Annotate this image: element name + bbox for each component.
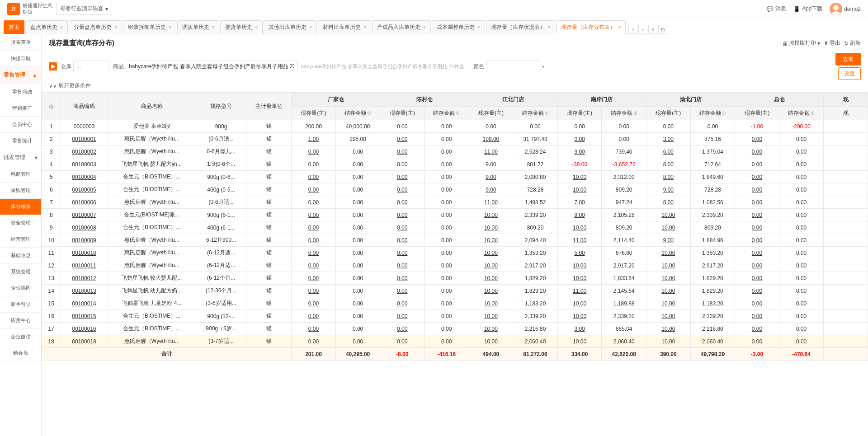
sidebar-item-finance[interactable]: 资金管理 [0, 215, 41, 231]
tab-10[interactable]: 现存量（库存状况表） × [486, 20, 556, 34]
table-cell[interactable]: 00100011 [61, 259, 108, 272]
table-cell[interactable]: 合生元（BIOSTIME）... [108, 183, 196, 196]
close-icon[interactable]: × [309, 25, 312, 30]
table-cell[interactable]: 合生元（BIOSTIME）... [108, 310, 196, 323]
tab-8[interactable]: 产成品入库单历史 × [372, 20, 431, 34]
nav-expand-btn[interactable]: ⊡ [658, 25, 667, 34]
sidebar-item-wholesale[interactable]: 批发管理 ▾ [0, 149, 41, 166]
tab-4[interactable]: 调拨单历史 × [177, 20, 220, 34]
toggle-btn[interactable]: ▶ [49, 62, 57, 70]
print-btn[interactable]: 🖨 按模版打印 ▾ [782, 39, 820, 47]
table-cell[interactable]: 惠氏启醒（Wyeth illu... [108, 335, 196, 348]
table-cell[interactable]: 16 [42, 310, 61, 323]
tab-home[interactable]: 首页 [4, 20, 24, 34]
tab-5[interactable]: 要货单历史 × [220, 20, 263, 34]
sidebar-item-members[interactable]: 会员中心 [0, 117, 41, 133]
th-settings[interactable]: ⚙ [42, 93, 61, 120]
table-cell[interactable]: 1 [42, 120, 61, 133]
app-download-btn[interactable]: 📱 App下载 [793, 5, 822, 13]
table-cell[interactable]: 飞鹤星飞帆 较大婴儿配... [108, 272, 196, 285]
table-cell[interactable]: 00100005 [61, 183, 108, 196]
table-cell[interactable]: 7 [42, 196, 61, 209]
sidebar-item-wechat[interactable]: 企业微信 [0, 329, 41, 345]
sidebar-item-collab[interactable]: 企业协同 [0, 280, 41, 296]
nav-prev-btn[interactable]: ‹ [628, 25, 637, 34]
export-btn[interactable]: ⬆ 导出 [824, 39, 840, 47]
table-cell[interactable]: 合生元（BIOSTIME）... [108, 221, 196, 234]
sidebar-item-retail-stats[interactable]: 零售统计 [0, 133, 41, 149]
table-cell[interactable]: 00100007 [61, 209, 108, 221]
sidebar-item-basicinfo[interactable]: 基础信息 [0, 248, 41, 264]
tab-6[interactable]: 其他出库单历史 × [264, 20, 317, 34]
sidebar-item-marketing[interactable]: 营销推广 [0, 100, 41, 117]
table-cell[interactable]: 3 [42, 145, 61, 158]
table-cell[interactable]: 6 [42, 183, 61, 196]
sidebar-item-purchase[interactable]: 采购管理 [0, 183, 41, 199]
table-cell[interactable]: 00100012 [61, 272, 108, 285]
table-cell[interactable]: 00100016 [61, 323, 108, 335]
tab-1[interactable]: 盘点单历史 × [25, 20, 68, 34]
close-icon[interactable]: × [618, 25, 621, 30]
sidebar-item-member[interactable]: 畅会员 [0, 345, 41, 361]
table-cell[interactable]: 18 [42, 335, 61, 348]
table-cell[interactable]: 5 [42, 171, 61, 183]
sidebar-item-guide[interactable]: 新手引导 [0, 296, 41, 313]
table-cell[interactable]: 合生元（BIOSTIME）... [108, 171, 196, 183]
tab-11-active[interactable]: 现存量（库存分布表） × [556, 20, 626, 34]
sidebar-item-ecommerce[interactable]: 电商管理 [0, 166, 41, 183]
table-cell[interactable]: 11 [42, 247, 61, 259]
table-cell[interactable]: 惠氏启醒（Wyeth illu... [108, 234, 196, 247]
table-cell[interactable]: 2 [42, 133, 61, 145]
table-cell[interactable]: 4 [42, 158, 61, 171]
sidebar-item-quicknav[interactable]: 快捷导航 [0, 51, 41, 67]
table-cell[interactable]: 8 [42, 209, 61, 221]
table-cell[interactable]: 惠氏启醒（Wyeth illu... [108, 196, 196, 209]
sidebar-item-system[interactable]: 系统管理 [0, 264, 41, 280]
table-cell[interactable]: 13 [42, 272, 61, 285]
table-cell[interactable]: 10 [42, 234, 61, 247]
close-icon[interactable]: × [255, 25, 258, 30]
table-cell[interactable]: 00100009 [61, 234, 108, 247]
close-icon[interactable]: × [423, 25, 426, 30]
table-cell[interactable]: 惠氏启醒（Wyeth illu... [108, 133, 196, 145]
user-area[interactable]: demo2 [830, 3, 861, 15]
table-cell[interactable]: 合生元(BIOSTIME)派... [108, 209, 196, 221]
table-cell[interactable]: 17 [42, 323, 61, 335]
close-icon[interactable]: × [169, 25, 171, 30]
table-cell[interactable]: 00100008 [61, 221, 108, 234]
product-input[interactable] [126, 61, 297, 72]
table-cell[interactable]: 00100003 [61, 158, 108, 171]
sidebar-item-inventory[interactable]: 库存核算 [0, 199, 41, 215]
industry-selector[interactable]: 母婴行业演示陈套 ▾ [56, 3, 112, 15]
table-cell[interactable]: 00100006 [61, 196, 108, 209]
table-cell[interactable]: 00100015 [61, 310, 108, 323]
table-cell[interactable]: 飞鹤星飞帆 幼儿配方奶... [108, 285, 196, 297]
table-cell[interactable]: 00100001 [61, 133, 108, 145]
table-cell[interactable]: 14 [42, 285, 61, 297]
color-input[interactable] [486, 61, 540, 72]
table-cell[interactable]: 15 [42, 297, 61, 310]
table-cell[interactable]: 惠氏启醒（Wyeth illu... [108, 259, 196, 272]
expand-filter-btn[interactable]: ∨∨ 展开更多条件 [49, 82, 861, 89]
table-cell[interactable]: 合生元（BIOSTIME）... [108, 323, 196, 335]
tab-7[interactable]: 材料出库单历史 × [318, 20, 371, 34]
close-icon[interactable]: × [212, 25, 215, 30]
table-cell[interactable]: 00100010 [61, 247, 108, 259]
tab-9[interactable]: 成本调整单历史 × [432, 20, 485, 34]
table-cell[interactable]: 惠氏启醒（Wyeth illu... [108, 145, 196, 158]
close-icon[interactable]: × [363, 25, 366, 30]
table-cell[interactable]: 00100002 [61, 145, 108, 158]
sidebar-item-operations[interactable]: 经营管理 [0, 231, 41, 248]
table-cell[interactable]: 00100018 [61, 335, 108, 348]
table-cell[interactable]: 00100014 [61, 297, 108, 310]
table-cell[interactable]: 惠氏启醒（Wyeth illu... [108, 247, 196, 259]
sidebar-item-search[interactable]: 搜索英单 [0, 34, 41, 51]
setting-button[interactable]: 设置 [838, 67, 861, 80]
sidebar-item-retail-mgmt[interactable]: 零售管理 ▲ [0, 67, 41, 84]
table-cell[interactable]: 12 [42, 259, 61, 272]
table-cell[interactable]: 0000003 [61, 120, 108, 133]
refresh-btn[interactable]: ↻ 刷新 [844, 39, 861, 47]
sidebar-item-appcenter[interactable]: 应用中心 [0, 313, 41, 329]
table-cell[interactable]: 9 [42, 221, 61, 234]
table-cell[interactable]: 飞鹤星飞帆 婴儿配方奶... [108, 158, 196, 171]
